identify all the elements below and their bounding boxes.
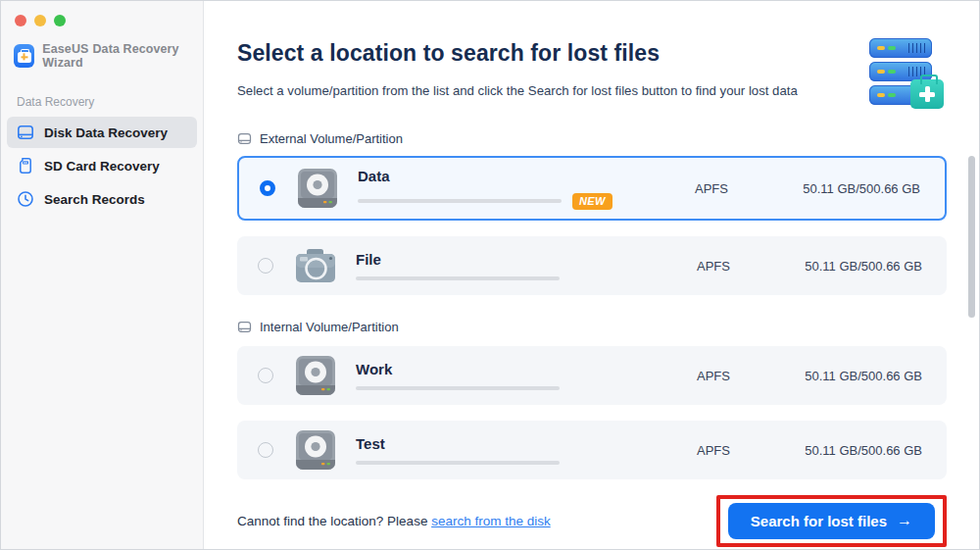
sidebar-section-label: Data Recovery (17, 95, 203, 109)
hard-drive-icon (293, 355, 338, 396)
volume-icon (237, 131, 252, 146)
volume-row-data[interactable]: Data NEW APFS 50.11 GB/500.66 GB (237, 156, 947, 221)
drives-illustration (869, 38, 946, 113)
sidebar-item-disk-data-recovery[interactable]: Disk Data Recovery (7, 117, 197, 148)
sidebar-item-label: Disk Data Recovery (44, 125, 168, 140)
minimize-window-button[interactable] (34, 15, 46, 26)
volume-row-test[interactable]: Test APFS 50.11 GB/500.66 GB (237, 421, 947, 479)
easeus-logo-icon (14, 44, 34, 68)
search-from-disk-link[interactable]: search from the disk (431, 514, 551, 528)
sidebar: EaseUSData Recovery Wizard Data Recovery… (1, 1, 204, 549)
capacity-bar (356, 386, 560, 390)
volume-size: 50.11 GB/500.66 GB (736, 259, 922, 274)
volume-name: Test (356, 435, 560, 452)
main-panel: Select a location to search for lost fil… (204, 1, 979, 549)
new-badge: NEW (572, 193, 612, 210)
volume-filesystem: APFS (689, 181, 734, 196)
section-header-external: External Volume/Partition (237, 131, 947, 146)
disk-icon (17, 124, 34, 141)
radio-unselected[interactable] (258, 368, 273, 383)
app-brand: EaseUSData Recovery Wizard (1, 26, 203, 70)
window-controls (1, 15, 203, 26)
volume-size: 50.11 GB/500.66 GB (736, 443, 922, 458)
volume-size: 50.11 GB/500.66 GB (736, 369, 922, 383)
section-header-internal: Internal Volume/Partition (237, 320, 947, 334)
volume-name: File (356, 251, 560, 268)
radio-selected[interactable] (260, 180, 275, 196)
volume-row-file[interactable]: File APFS 50.11 GB/500.66 GB (237, 236, 947, 295)
volume-icon (237, 320, 252, 334)
volume-filesystem: APFS (691, 443, 736, 458)
volume-filesystem: APFS (691, 259, 736, 274)
radio-unselected[interactable] (258, 258, 273, 274)
capacity-bar (356, 276, 560, 280)
sidebar-item-sd-card-recovery[interactable]: SD Card Recovery (7, 150, 197, 181)
capacity-bar (358, 199, 562, 203)
recovery-kit-icon (910, 79, 944, 109)
hard-drive-icon (293, 429, 338, 471)
footer-hint: Cannot find the location? Please search … (237, 514, 551, 528)
sidebar-item-label: Search Records (44, 192, 145, 207)
capacity-bar (356, 461, 560, 465)
volume-size: 50.11 GB/500.66 GB (734, 181, 920, 196)
zoom-window-button[interactable] (54, 15, 66, 26)
annotation-highlight-box: Search for lost files → (716, 495, 947, 547)
sd-card-icon (17, 157, 34, 175)
server-bar-icon (869, 38, 932, 58)
vertical-scrollbar-thumb[interactable] (968, 156, 975, 318)
page-title: Select a location to search for lost fil… (237, 40, 947, 67)
page-subtitle: Select a volume/partition from the list … (237, 83, 947, 98)
close-window-button[interactable] (15, 15, 26, 26)
footer-bar: Cannot find the location? Please search … (237, 495, 947, 547)
volume-name: Work (356, 361, 560, 377)
search-for-lost-files-button[interactable]: Search for lost files → (728, 503, 935, 539)
hard-drive-icon (295, 168, 340, 209)
app-window: EaseUSData Recovery Wizard Data Recovery… (0, 0, 980, 550)
volume-filesystem: APFS (691, 369, 736, 383)
volume-row-work[interactable]: Work APFS 50.11 GB/500.66 GB (237, 346, 947, 405)
arrow-right-icon: → (897, 512, 912, 529)
sidebar-item-label: SD Card Recovery (44, 159, 160, 174)
volume-name: Data (358, 168, 612, 184)
clock-icon (17, 190, 34, 208)
app-title: EaseUSData Recovery Wizard (42, 42, 203, 70)
camera-icon (293, 246, 338, 285)
radio-unselected[interactable] (258, 442, 273, 458)
sidebar-item-search-records[interactable]: Search Records (7, 183, 197, 215)
